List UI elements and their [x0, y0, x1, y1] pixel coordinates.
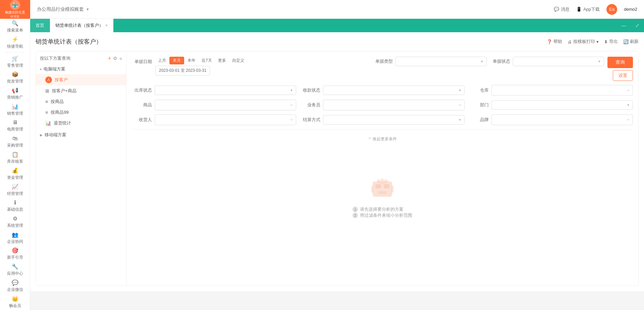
date-btn-more[interactable]: 更多 [215, 57, 229, 64]
department-select[interactable]: ▾ [491, 100, 633, 110]
stock-status-filter: 出库状态 ▾ [132, 85, 296, 96]
department-filter: 部门 ▾ [469, 100, 633, 110]
sidebar-label-wechat: 企业微信 [7, 287, 23, 293]
app-download-btn[interactable]: 📱 App下载 [576, 6, 600, 12]
sidebar-label-quick-nav: 快捷导航 [7, 44, 23, 49]
message-btn[interactable]: 💬 消息 [554, 6, 570, 12]
scheme-group-pc-header[interactable]: ▾ 电脑端方案 [36, 64, 126, 74]
refresh-icon: 🔄 [623, 39, 629, 44]
collapse-section: ⌃ 收起更多条件 [132, 129, 633, 147]
sidebar-item-guide[interactable]: 🎯 新手引导 [0, 246, 30, 262]
search-icon: 🔍 [12, 20, 18, 27]
scheme-item-return-stats[interactable]: 📊 退货统计 [36, 118, 126, 128]
industry-dropdown-icon[interactable]: ▾ [87, 7, 89, 12]
department-arrow-icon: ▾ [627, 103, 629, 107]
warehouse-filter: 仓库 ··· [469, 85, 633, 96]
brand-input[interactable]: ··· [491, 114, 633, 125]
goods99-icon: ≡ [45, 110, 48, 115]
empty-tip-1: 1 请先选择要分析的方案 [353, 206, 412, 212]
collapse-label: 收起更多条件 [373, 136, 397, 142]
date-btn-last-month[interactable]: 上月 [155, 57, 169, 64]
recipient-input[interactable]: ··· [155, 114, 296, 125]
industry-title: 办公用品行业模拟账套 [37, 6, 84, 12]
user-name: demo2 [624, 7, 637, 12]
sidebar-item-purchase[interactable]: 🛍 采购管理 [0, 134, 30, 150]
tab-maximize-btn[interactable]: ⤢ [631, 19, 644, 32]
date-btn-last-7-days[interactable]: 近7天 [199, 57, 215, 64]
scheme-item-by-customer-goods[interactable]: ⊞ 按客户+商品 [36, 86, 126, 96]
content-body: 按以下方案查询 + ⚙ « ▾ 电脑端方案 [36, 51, 639, 286]
sidebar-item-app-center[interactable]: 🔧 应用中心 [0, 262, 30, 278]
app-logo[interactable]: 🏪 畅捷信好生意 标准版 [0, 0, 30, 19]
left-panel-header: 按以下方案查询 + ⚙ « [36, 55, 126, 64]
order-status-select[interactable]: ▾ [513, 57, 604, 66]
settings-scheme-btn[interactable]: ⚙ [113, 56, 117, 61]
header-left: 办公用品行业模拟账套 ▾ [37, 6, 89, 12]
logo-subtext: 标准版 [10, 14, 19, 19]
order-type-select[interactable]: ▾ [395, 57, 487, 66]
refresh-btn[interactable]: 🔄 刷新 [623, 39, 639, 45]
warehouse-dots: ··· [627, 87, 629, 93]
sidebar-item-wechat[interactable]: 💬 企业微信 [0, 278, 30, 294]
date-btn-this-month[interactable]: 本月 [169, 57, 184, 64]
collapse-panel-btn[interactable]: « [119, 56, 122, 61]
payment-status-select[interactable]: ▾ [323, 86, 465, 95]
tip-text-2: 用过滤条件来缩小分析范围 [360, 212, 412, 218]
query-btn[interactable]: 查询 [607, 57, 633, 68]
sidebar-item-wholesale[interactable]: 📦 批发管理 [0, 70, 30, 86]
svg-rect-2 [384, 184, 389, 189]
goods-input[interactable]: ··· [155, 100, 296, 110]
tab-home-label: 首页 [36, 22, 44, 29]
settlement-select[interactable]: ▾ [323, 115, 465, 124]
sidebar-item-search[interactable]: 🔍 搜索菜单 [0, 19, 30, 35]
scheme-group-mobile-header[interactable]: ▶ 移动端方案 [36, 130, 126, 140]
page-body: 销货单统计表（按客户） ❓ 帮助 🖨 按模板打印 ▾ ⬇ 导出 [30, 32, 644, 291]
sidebar-item-inventory[interactable]: 📋 库存核算 [0, 150, 30, 166]
tip-num-2: 2 [353, 213, 358, 218]
stock-status-select[interactable]: ▾ [155, 86, 296, 95]
sidebar-item-retail[interactable]: 🛒 零售管理 [0, 54, 30, 70]
tab-close-icon[interactable]: × [105, 23, 108, 28]
sidebar-item-sales[interactable]: 📊 销售管理 [0, 102, 30, 118]
order-type-filter: 单据类型 ▾ [373, 57, 487, 66]
tab-sales-stats[interactable]: 销货单统计表（按客户） × [50, 19, 113, 32]
date-range-display[interactable]: 2023-03-01 至 2023-03-31 [155, 66, 210, 75]
warehouse-input[interactable]: ··· [491, 85, 633, 96]
settings-btn[interactable]: 设置 [613, 70, 633, 81]
date-btn-custom[interactable]: 自定义 [229, 57, 247, 64]
marketing-icon: 📢 [12, 87, 18, 94]
settlement-filter: 结算方式 ▾ [300, 114, 465, 125]
brand-dots: ··· [627, 117, 629, 123]
tab-home[interactable]: 首页 [30, 19, 50, 32]
export-btn[interactable]: ⬇ 导出 [604, 39, 618, 45]
sidebar-item-business[interactable]: 📈 经营管理 [0, 182, 30, 198]
recipient-filter: 收货人 ··· [132, 114, 296, 125]
tab-minimize-btn[interactable]: — [617, 19, 631, 32]
sidebar-label-business: 经营管理 [7, 191, 23, 197]
add-scheme-btn[interactable]: + [108, 55, 111, 61]
sidebar-item-system[interactable]: ⚙ 系统管理 [0, 214, 30, 230]
sidebar-item-marketing[interactable]: 📢 营销推广 [0, 86, 30, 102]
payment-status-label: 收款状态 [300, 87, 320, 93]
sidebar-label-collab: 企业协同 [7, 239, 23, 245]
sidebar-item-collab[interactable]: 👥 企业协同 [0, 230, 30, 246]
sidebar-label-marketing: 营销推广 [7, 95, 23, 100]
user-avatar[interactable]: Ea [606, 4, 617, 15]
sidebar-item-vip[interactable]: 👑 畅会员 [0, 294, 30, 310]
sidebar-item-quick-nav[interactable]: ⚡ 快捷导航 [0, 35, 30, 51]
sidebar-item-finance[interactable]: 💰 资金管理 [0, 166, 30, 182]
brand-label: 品牌 [469, 117, 489, 123]
scheme-item-by-goods[interactable]: ≡ 按商品 [36, 96, 126, 107]
order-type-arrow-icon: ▾ [481, 59, 483, 64]
scheme-item-by-customer[interactable]: 人 按客户 [36, 74, 126, 86]
collapse-btn[interactable]: ⌃ 收起更多条件 [365, 134, 399, 145]
scheme-item-by-goods99[interactable]: ≡ 按商品99 [36, 107, 126, 118]
date-btn-this-year[interactable]: 本年 [185, 57, 198, 64]
help-btn[interactable]: ❓ 帮助 [547, 39, 562, 45]
staff-input[interactable]: ··· [323, 100, 465, 110]
sidebar-item-base-info[interactable]: ℹ 基础信息 [0, 198, 30, 214]
print-btn[interactable]: 🖨 按模板打印 ▾ [568, 39, 599, 45]
help-icon: ❓ [547, 39, 552, 44]
scheme-item-return-stats-label: 退货统计 [54, 120, 71, 126]
sidebar-item-ecommerce[interactable]: 🖥 电商管理 [0, 118, 30, 134]
